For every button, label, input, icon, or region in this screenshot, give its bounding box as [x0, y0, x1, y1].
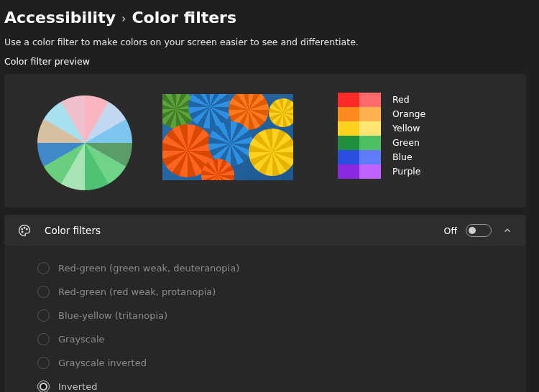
sample-photo-preview — [162, 94, 293, 180]
color-swatch — [338, 136, 381, 150]
color-swatch-label: Blue — [392, 150, 425, 164]
radio-button[interactable] — [37, 309, 50, 322]
radio-button[interactable] — [37, 381, 50, 392]
filter-option-label: Red-green (red weak, protanopia) — [58, 286, 216, 297]
svg-point-2 — [27, 229, 28, 230]
filter-option-label: Blue-yellow (tritanopia) — [58, 310, 167, 321]
color-filters-state-label: Off — [444, 225, 457, 236]
filter-option[interactable]: Grayscale inverted — [37, 351, 513, 375]
color-swatch — [338, 107, 381, 121]
filter-option[interactable]: Inverted — [37, 375, 513, 392]
color-swatch — [338, 150, 381, 164]
color-swatch-label: Red — [392, 93, 425, 107]
radio-button[interactable] — [37, 286, 50, 298]
radio-button[interactable] — [37, 333, 50, 345]
preview-heading: Color filter preview — [4, 56, 526, 67]
filter-option[interactable]: Blue-yellow (tritanopia) — [37, 304, 513, 327]
svg-point-1 — [24, 227, 25, 228]
color-swatch-label: Orange — [392, 107, 425, 121]
filter-option[interactable]: Grayscale — [37, 327, 513, 351]
filter-option-label: Grayscale inverted — [58, 358, 147, 368]
color-swatch — [338, 164, 381, 179]
svg-point-3 — [22, 231, 23, 233]
filter-option-label: Grayscale — [58, 334, 105, 345]
page-description: Use a color filter to make colors on you… — [4, 37, 526, 47]
breadcrumb: Accessibility › Color filters — [4, 6, 526, 31]
radio-button[interactable] — [37, 357, 50, 369]
color-swatch — [338, 93, 381, 107]
color-filters-expander-header[interactable]: Color filters Off — [4, 215, 526, 246]
color-filter-options: Red-green (green weak, deuteranopia)Red-… — [4, 246, 526, 392]
palette-icon — [17, 223, 32, 238]
color-swatch-legend: RedOrangeYellowGreenBluePurple — [338, 93, 425, 179]
color-wheel-preview — [37, 95, 132, 190]
color-filters-toggle[interactable] — [466, 224, 492, 237]
filter-option-label: Red-green (green weak, deuteranopia) — [58, 263, 239, 274]
breadcrumb-parent[interactable]: Accessibility — [4, 9, 116, 27]
color-filters-title: Color filters — [45, 225, 101, 236]
filter-option-label: Inverted — [58, 381, 97, 392]
color-swatch — [338, 121, 381, 136]
svg-point-0 — [22, 229, 23, 230]
color-swatch-label: Green — [392, 136, 425, 150]
color-swatch-label: Yellow — [392, 121, 425, 136]
chevron-right-icon: › — [121, 11, 126, 25]
radio-button[interactable] — [37, 262, 50, 274]
filter-option[interactable]: Red-green (green weak, deuteranopia) — [37, 256, 513, 280]
color-swatch-label: Purple — [392, 164, 425, 179]
chevron-up-icon[interactable] — [500, 223, 515, 238]
color-filter-preview-card: RedOrangeYellowGreenBluePurple — [4, 74, 526, 207]
page-title: Color filters — [132, 9, 236, 27]
filter-option[interactable]: Red-green (red weak, protanopia) — [37, 280, 513, 304]
